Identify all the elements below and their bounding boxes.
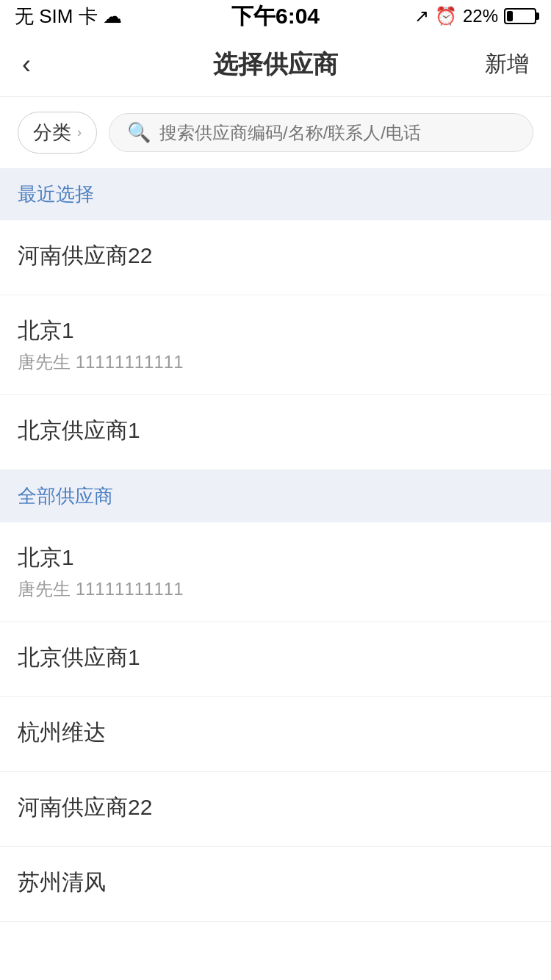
recent-section-header: 最近选择 [0,168,551,220]
category-button[interactable]: 分类 › [18,112,97,154]
item-name: 河南供应商22 [18,241,533,271]
item-name: 北京1 [18,543,533,573]
list-item[interactable]: 北京供应商1 [0,395,551,470]
recent-section-label: 最近选择 [18,183,94,205]
item-name: 苏州清风 [18,868,533,898]
search-icon: 🔍 [127,121,151,144]
nav-bar: ‹ 选择供应商 新增 [0,32,551,97]
search-box[interactable]: 🔍 [109,113,533,152]
item-name: 北京供应商1 [18,643,533,673]
filter-bar: 分类 › 🔍 [0,97,551,168]
chevron-right-icon: › [77,125,82,140]
list-item[interactable]: 北京1 唐先生 11111111111 [0,522,551,622]
item-name: 河南供应商22 [18,793,533,823]
list-item[interactable]: 河南供应商22 [0,220,551,295]
status-right: ↗ ⏰ 22% [414,6,536,26]
list-item[interactable]: 杭州维达 [0,697,551,772]
alarm-icon: ⏰ [435,6,457,26]
all-section-label: 全部供应商 [18,485,113,507]
add-button[interactable]: 新增 [485,49,529,79]
status-bar: 无 SIM 卡 ☁ 下午6:04 ↗ ⏰ 22% [0,0,551,32]
item-sub: 唐先生 11111111111 [18,350,533,374]
item-sub: 唐先生 11111111111 [18,577,533,601]
item-name: 杭州维达 [18,718,533,748]
item-name: 北京供应商1 [18,416,533,446]
item-name: 北京1 [18,316,533,346]
category-label: 分类 [33,120,71,145]
list-item[interactable]: 北京供应商1 [0,622,551,697]
signal-text: 无 SIM 卡 ☁ [15,4,122,29]
battery-percent: 22% [463,6,498,26]
search-input[interactable] [159,123,515,143]
all-section-header: 全部供应商 [0,470,551,522]
page-title: 选择供应商 [66,48,485,82]
list-item[interactable]: 北京1 唐先生 11111111111 [0,295,551,395]
location-icon: ↗ [414,6,429,26]
recent-list: 河南供应商22 北京1 唐先生 11111111111 北京供应商1 [0,220,551,470]
back-button[interactable]: ‹ [22,49,66,80]
list-item[interactable]: 河南供应商22 [0,772,551,847]
status-left: 无 SIM 卡 ☁ [15,4,122,29]
list-item[interactable]: 苏州清风 [0,847,551,922]
battery-fill [507,11,513,21]
status-time: 下午6:04 [231,1,320,32]
all-list: 北京1 唐先生 11111111111 北京供应商1 杭州维达 河南供应商22 … [0,522,551,922]
battery-icon [504,8,536,24]
